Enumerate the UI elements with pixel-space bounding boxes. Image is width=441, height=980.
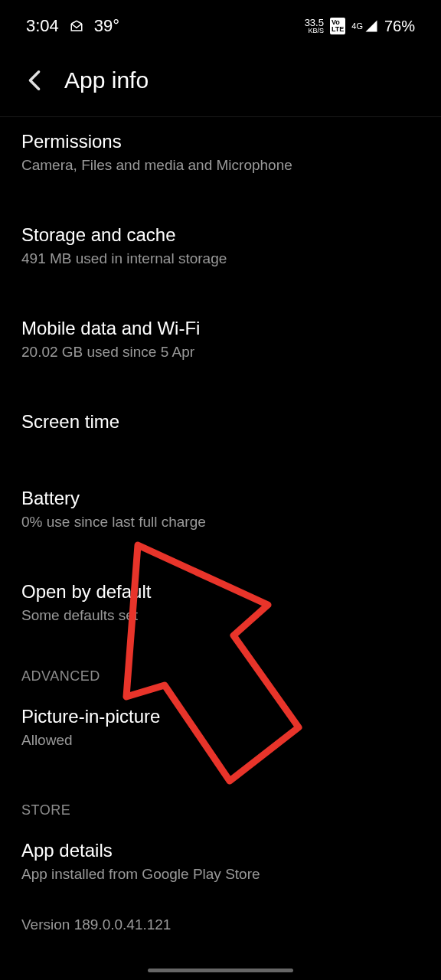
status-battery: 76%: [384, 18, 415, 35]
version-text: Version 189.0.0.41.121: [21, 898, 420, 952]
battery-item[interactable]: Battery 0% use since last full charge: [21, 474, 420, 546]
item-title: Screen time: [21, 411, 420, 433]
status-temp: 39°: [94, 16, 119, 36]
item-title: App details: [21, 840, 420, 861]
item-subtitle: Allowed: [21, 732, 420, 749]
permissions-item[interactable]: Permissions Camera, Files and media and …: [21, 117, 420, 189]
open-by-default-item[interactable]: Open by default Some defaults set: [21, 567, 420, 639]
back-button[interactable]: [23, 69, 46, 92]
nav-indicator[interactable]: [148, 969, 293, 972]
screen-time-item[interactable]: Screen time: [21, 397, 420, 452]
mobile-data-item[interactable]: Mobile data and Wi-Fi 20.02 GB used sinc…: [21, 304, 420, 376]
item-title: Battery: [21, 488, 420, 509]
status-speed: 33.5 KB/S: [305, 18, 324, 34]
item-subtitle: 20.02 GB used since 5 Apr: [21, 344, 420, 361]
store-section-label: STORE: [21, 764, 420, 826]
storage-item[interactable]: Storage and cache 491 MB used in interna…: [21, 211, 420, 283]
settings-list: Permissions Camera, Files and media and …: [0, 117, 441, 952]
notification-icon: [70, 19, 83, 33]
item-subtitle: Some defaults set: [21, 607, 420, 624]
item-title: Mobile data and Wi-Fi: [21, 318, 420, 339]
item-title: Storage and cache: [21, 224, 420, 246]
item-title: Permissions: [21, 131, 420, 152]
status-time: 3:04: [26, 16, 59, 36]
volte-icon: VoLTE: [330, 18, 345, 34]
picture-in-picture-item[interactable]: Picture-in-picture Allowed: [21, 692, 420, 764]
item-title: Open by default: [21, 581, 420, 603]
advanced-section-label: ADVANCED: [21, 639, 420, 692]
status-right: 33.5 KB/S VoLTE 4G 76%: [305, 18, 415, 35]
status-bar: 3:04 39° 33.5 KB/S VoLTE 4G 76%: [0, 0, 441, 46]
item-subtitle: Camera, Files and media and Microphone: [21, 157, 420, 174]
item-subtitle: App installed from Google Play Store: [21, 866, 420, 883]
item-subtitle: 491 MB used in internal storage: [21, 250, 420, 267]
page-title: App info: [64, 67, 149, 93]
chevron-left-icon: [28, 70, 41, 91]
status-left: 3:04 39°: [26, 16, 119, 36]
item-subtitle: 0% use since last full charge: [21, 514, 420, 531]
signal-icon: 4G: [351, 19, 378, 33]
header: App info: [0, 46, 441, 117]
item-title: Picture-in-picture: [21, 706, 420, 727]
app-details-item[interactable]: App details App installed from Google Pl…: [21, 826, 420, 898]
